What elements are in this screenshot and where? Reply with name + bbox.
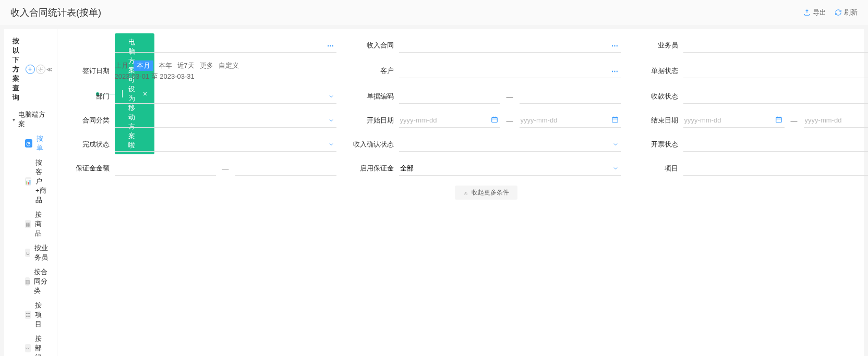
trend-icon: 〰 [25, 344, 31, 352]
filter-sign-date: 签订日期 上月 本月 本年 近7天 更多 自定义 2023-03-01 至 20… [68, 60, 336, 81]
sidebar: 按以下方案查询 + ≪ ▾ 电脑端方案 ◔ 按单 📊 按客户+商品 ▦ 按商品 [4, 29, 57, 356]
filter-start-date: 开始日期 — [352, 112, 621, 129]
filter-bill-no: 单据编码 — [352, 88, 621, 105]
page-header: 收入合同统计表(按单) 导出 刷新 [0, 0, 868, 25]
deposit-from-input[interactable] [115, 161, 216, 176]
date-tab-custom[interactable]: 自定义 [219, 61, 239, 70]
chevron-down-icon[interactable] [328, 141, 334, 148]
collapse-sidebar-button[interactable]: ≪ [46, 66, 53, 73]
customer-input[interactable] [399, 64, 621, 78]
date-range-text: 2023-03-01 至 2023-03-31 [115, 72, 195, 81]
sidebar-item-by-contract-category[interactable]: ▥ 按合同分类 [8, 265, 53, 298]
department-select[interactable] [115, 89, 336, 104]
income-confirm-select[interactable] [399, 137, 621, 152]
chart-icon: 📊 [25, 177, 31, 186]
collapse-filters-bar: 收起更多条件 [68, 186, 868, 200]
date-tab-7days[interactable]: 近7天 [177, 61, 195, 70]
start-date-from-input[interactable] [399, 113, 500, 128]
calendar-icon[interactable] [611, 116, 619, 125]
salesperson-input[interactable] [683, 38, 868, 53]
start-date-to-input[interactable] [520, 113, 621, 128]
collapse-filters-button[interactable]: 收起更多条件 [455, 186, 517, 200]
filter-receipt-status: 收款状态 [636, 88, 868, 105]
filter-salesperson: 业务员 ⋯ [636, 36, 868, 54]
sidebar-header: 按以下方案查询 + ≪ [8, 36, 53, 102]
page-title: 收入合同统计表(按单) [10, 6, 101, 19]
income-contract-input[interactable] [399, 38, 621, 53]
sidebar-group-desktop[interactable]: ▾ 电脑端方案 [8, 107, 53, 131]
date-tab-this-year[interactable]: 本年 [159, 61, 172, 70]
complete-status-select[interactable] [115, 137, 336, 152]
calendar-icon[interactable] [775, 116, 782, 125]
refresh-button[interactable]: 刷新 [835, 8, 858, 17]
calendar-icon[interactable] [491, 116, 498, 125]
chevron-down-icon[interactable] [612, 165, 619, 171]
date-tab-last-month[interactable]: 上月 [115, 61, 128, 70]
filter-blank-1: ⋯ [68, 36, 336, 54]
date-tab-this-month[interactable]: 本月 [134, 60, 153, 71]
export-button[interactable]: 导出 [803, 8, 826, 17]
filter-bill-status: 单据状态 [636, 60, 868, 81]
svg-rect-1 [491, 117, 497, 122]
bill-no-to-input[interactable] [520, 89, 621, 104]
bill-status-select[interactable] [683, 64, 868, 78]
receipt-status-select[interactable] [683, 89, 868, 104]
caret-down-icon: ▾ [13, 117, 15, 122]
filter-end-date: 结束日期 — [636, 112, 868, 129]
project-input[interactable] [683, 161, 868, 176]
sidebar-item-by-customer-product[interactable]: 📊 按客户+商品 [8, 155, 53, 207]
clock-icon: ◔ [25, 139, 32, 148]
gear-icon [38, 67, 43, 72]
sidebar-item-by-product[interactable]: ▦ 按商品 [8, 207, 53, 241]
end-date-from-input[interactable] [683, 113, 785, 128]
filter-project: 项目 ⋯ [636, 159, 868, 177]
chevron-down-icon[interactable] [328, 117, 334, 124]
person-icon: ☺ [25, 249, 30, 257]
filter-income-confirm: 收入确认状态 [352, 136, 621, 153]
sidebar-item-by-project[interactable]: ☷ 按项目 [8, 298, 53, 332]
grid-icon: ▦ [25, 220, 31, 228]
more-icon[interactable]: ⋯ [611, 42, 619, 50]
invoice-status-select[interactable] [683, 137, 868, 152]
list-icon: ☷ [25, 311, 31, 319]
bill-no-from-input[interactable] [399, 89, 500, 104]
filter-complete-status: 完成状态 [68, 136, 336, 153]
contract-category-select[interactable] [115, 113, 336, 128]
more-icon[interactable]: ⋯ [327, 42, 334, 50]
svg-point-0 [40, 69, 41, 70]
svg-rect-9 [776, 117, 781, 122]
main-panel: 按以下方案查询 + ≪ ▾ 电脑端方案 ◔ 按单 📊 按客户+商品 ▦ 按商品 [4, 29, 864, 356]
sidebar-item-by-department[interactable]: 〰 按部门 [8, 332, 53, 356]
export-icon [803, 9, 811, 16]
filter-input-1[interactable] [115, 38, 336, 53]
sidebar-item-by-salesperson[interactable]: ☺ 按业务员 [8, 241, 53, 265]
deposit-to-input[interactable] [235, 161, 336, 176]
add-scheme-button[interactable]: + [26, 65, 35, 74]
filter-department: 部门 [68, 88, 336, 105]
header-actions: 导出 刷新 [803, 8, 858, 17]
chevron-down-icon[interactable] [612, 141, 619, 148]
end-date-to-input[interactable] [804, 113, 868, 128]
scheme-settings-button[interactable] [36, 65, 45, 74]
filter-contract-category: 合同分类 [68, 112, 336, 129]
filter-enable-deposit: 启用保证金 [352, 159, 621, 177]
more-icon[interactable]: ⋯ [611, 67, 619, 75]
filter-invoice-status: 开票状态 [636, 136, 868, 153]
chevron-down-icon[interactable] [328, 93, 334, 100]
date-tab-more[interactable]: 更多 [200, 61, 213, 70]
bars-icon: ▥ [25, 277, 30, 286]
filter-area: ⋯ 收入合同 ⋯ 业务员 ⋯ 签订日期 [57, 29, 868, 356]
svg-rect-5 [612, 117, 618, 122]
filter-customer: 客户 ⋯ [352, 60, 621, 81]
refresh-icon [835, 9, 842, 16]
enable-deposit-select[interactable] [399, 161, 621, 176]
filter-income-contract: 收入合同 ⋯ [352, 36, 621, 54]
sidebar-item-by-order[interactable]: ◔ 按单 [8, 131, 53, 155]
chevron-up-double-icon [463, 190, 468, 195]
filter-deposit: 保证金金额 — [68, 159, 336, 177]
